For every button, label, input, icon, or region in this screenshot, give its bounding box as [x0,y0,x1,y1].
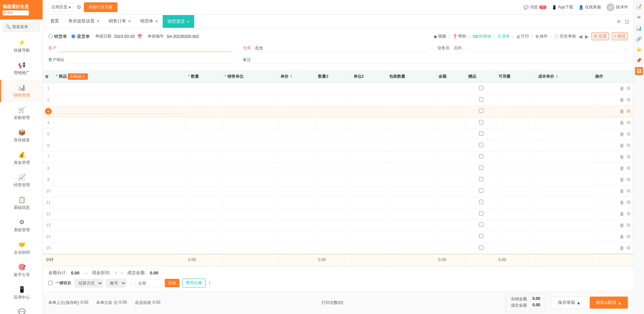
delete-row-button[interactable]: 🗑 [619,119,625,126]
unit-price-cell[interactable] [278,163,316,174]
available-cell[interactable] [496,219,536,231]
right-btn-star[interactable]: ⭐ [635,46,643,54]
calendar-icon[interactable]: 📅 [137,34,142,39]
gift-cell[interactable] [466,128,496,140]
delete-row-button[interactable]: 🗑 [619,142,625,149]
delete-row-button[interactable]: 🗑 [619,85,625,92]
cost-price-cell[interactable] [536,197,593,208]
add-button[interactable]: 添加 [165,279,179,287]
tab-sales-return[interactable]: 销货退货 ✕ [163,15,194,28]
scan-button[interactable]: 扫码录入 [68,73,88,80]
tab-price-setup-close[interactable]: ✕ [97,19,99,23]
copy-row-button[interactable]: ⧉ [626,165,631,172]
address-input[interactable] [67,56,231,64]
copy-row-button[interactable]: ⧉ [626,176,631,183]
available-cell[interactable] [496,94,536,106]
quantity-cell[interactable] [186,219,222,231]
delete-row-button[interactable]: 🗑 [619,199,625,206]
note-input[interactable] [254,56,628,64]
sidebar-item-purchase[interactable]: 🛒 采购管理 [0,102,43,125]
quantity2-cell[interactable] [316,174,352,185]
pack-qty-cell[interactable] [387,117,436,128]
sidebar-item-operations[interactable]: 📈 经营管理 [0,170,43,192]
gift-cell[interactable] [466,231,496,242]
cost-price-cell[interactable] [536,128,593,140]
gift-checkbox[interactable] [479,188,483,193]
available-cell[interactable] [496,197,536,208]
pack-qty-cell[interactable] [387,140,436,151]
unit2-cell[interactable] [352,117,387,128]
cost-price-cell[interactable] [536,151,593,163]
radio-return-input[interactable] [71,34,75,39]
customer-select-icon[interactable]: ··· [235,46,239,51]
available-cell[interactable] [496,185,536,197]
form-settings-button[interactable]: ⚙ 设置 [591,33,609,40]
unit-price-cell[interactable] [278,208,316,219]
amount-cell[interactable] [436,140,466,151]
unit-price-cell[interactable] [278,231,316,242]
right-btn-notes[interactable]: 📝 [635,3,643,11]
gift-checkbox[interactable] [479,245,483,250]
sidebar-item-system[interactable]: ⚙ 系统管理 [0,214,43,237]
amount-cell[interactable] [436,197,466,208]
tab-price-setup[interactable]: 售价提取设置 ✕ [64,15,104,28]
quantity2-cell[interactable] [316,117,352,128]
account-select[interactable]: 账号 [106,279,126,288]
sales-unit-cell[interactable] [222,185,278,197]
tab-sales-order-close[interactable]: ✕ [128,19,131,23]
pack-qty-cell[interactable] [387,185,436,197]
pack-qty-cell[interactable] [387,197,436,208]
copy-row-button[interactable]: ⧉ [626,85,631,92]
gift-checkbox[interactable] [479,86,483,90]
tab-sales-delivery-close[interactable]: ✕ [155,19,158,23]
pack-qty-cell[interactable] [387,94,436,106]
sales-unit-cell[interactable] [222,106,278,117]
gift-checkbox[interactable] [479,223,483,227]
available-cell[interactable] [496,208,536,219]
available-cell[interactable] [496,83,536,95]
delete-row-button[interactable]: 🗑 [619,176,625,183]
delete-row-button[interactable]: 🗑 [619,153,625,160]
select-action[interactable]: ☰ 选单 [497,34,510,39]
right-btn-image[interactable]: 🖼 [635,67,643,75]
messages-button[interactable]: 💬 消息 70 [524,4,546,10]
sidebar-item-app-center[interactable]: 📱 应用中心 [0,282,43,304]
gift-checkbox[interactable] [479,234,483,238]
industry-selector[interactable]: 日用百货 ▾ [48,3,74,12]
product-cell[interactable] [54,185,186,197]
sidebar-item-quick-nav[interactable]: ⚡ 快捷导航 [0,35,43,57]
one-click-payment-checkbox[interactable] [48,281,53,285]
quantity-cell[interactable] [186,242,222,254]
unit2-cell[interactable] [352,140,387,151]
right-btn-pin[interactable]: 📌 [635,56,643,64]
sidebar-item-marketing[interactable]: 📢 营销推广 [0,57,43,80]
amount-cell[interactable] [436,219,466,231]
gift-checkbox[interactable] [479,166,483,170]
gift-cell[interactable] [466,151,496,163]
delete-row-button[interactable]: 🗑 [619,165,625,172]
product-cell[interactable] [54,197,186,208]
sales-unit-cell[interactable] [222,151,278,163]
available-cell[interactable] [496,163,536,174]
tab-sales-delivery[interactable]: 销货单 ✕ [136,15,163,28]
gift-cell[interactable] [466,197,496,208]
cost-price-cell[interactable] [536,242,593,254]
fee-split-info-icon[interactable]: ℹ [209,281,210,285]
pack-qty-cell[interactable] [387,106,436,117]
quantity2-cell[interactable] [316,106,352,117]
amount-cell[interactable] [436,174,466,185]
tab-maximize-button[interactable]: ⊡ [624,17,631,26]
quantity-cell[interactable] [186,106,222,117]
unit-price-cell[interactable] [278,128,316,140]
pack-qty-cell[interactable] [387,231,436,242]
experience-plan-button[interactable]: 体验行业方案 [84,2,117,12]
pack-qty-cell[interactable] [387,128,436,140]
product-cell[interactable] [54,151,186,163]
amount-cell[interactable] [436,94,466,106]
copy-row-button[interactable]: ⧉ [626,210,631,217]
unit2-cell[interactable] [352,106,387,117]
print-action[interactable]: 🖨 打印 [516,34,529,39]
gift-cell[interactable] [466,219,496,231]
quantity-cell[interactable] [186,128,222,140]
app-download-button[interactable]: 📱 App下载 [552,4,573,10]
